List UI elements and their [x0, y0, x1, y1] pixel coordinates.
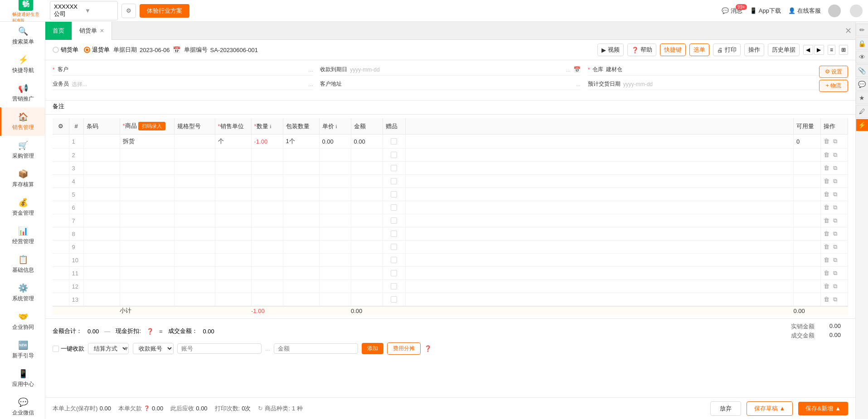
account-select[interactable]: 收款账号 [133, 343, 174, 354]
delete-icon[interactable]: 🗑 [824, 283, 829, 289]
save-new-button[interactable]: 保存&新增 ▲ [798, 402, 848, 415]
account-ellipsis[interactable]: ... [265, 345, 270, 352]
one-click-pay-checkbox[interactable]: 一键收款 [53, 345, 84, 353]
sidebar-item-inventory[interactable]: 📦 库存核算 [0, 164, 45, 193]
operation-btn[interactable]: 操作 [744, 43, 764, 56]
tab-close-all[interactable]: ✕ [841, 26, 855, 36]
copy-icon[interactable]: ⧉ [833, 151, 837, 158]
refresh-icon[interactable]: ↻ [258, 405, 263, 412]
payment-due-calendar-icon[interactable]: 📅 [573, 66, 581, 73]
customer-address-input[interactable] [344, 81, 573, 87]
delete-icon[interactable]: 🗑 [824, 138, 829, 144]
right-btn-attachment[interactable]: 📎 [856, 64, 868, 77]
sidebar-item-wechat[interactable]: 💬 企业微信 [0, 393, 45, 419]
help-btn[interactable]: ❓ 帮助 [627, 43, 656, 56]
shortcut-btn[interactable]: 快捷键 [660, 43, 686, 56]
sidebar-item-base[interactable]: 📋 基础信息 [0, 250, 45, 279]
history-btn[interactable]: 历史单据 [768, 43, 800, 56]
sidebar-item-enterprise[interactable]: 🤝 企业协同 [0, 307, 45, 336]
note-input[interactable] [68, 103, 848, 110]
tab-sales-order[interactable]: 销货单 ✕ [72, 22, 112, 40]
salesperson-ellipsis[interactable]: ... [308, 81, 313, 87]
trial-button[interactable]: 体验行业方案 [140, 4, 189, 18]
print-btn[interactable]: 🖨 打印 [713, 43, 741, 56]
discard-button[interactable]: 放弃 [710, 401, 741, 416]
select-order-btn[interactable]: 选单 [689, 43, 709, 56]
expense-question-icon[interactable]: ❓ [424, 345, 432, 352]
copy-icon[interactable]: ⧉ [833, 217, 837, 224]
delete-icon[interactable]: 🗑 [824, 151, 829, 158]
grid-view-btn[interactable]: ⊞ [839, 45, 848, 55]
copy-icon[interactable]: ⧉ [833, 283, 837, 289]
setting-button[interactable]: ⚙ 设置 [819, 66, 848, 78]
user-avatar[interactable] [828, 5, 841, 17]
prev-page-btn[interactable]: ◀ [803, 45, 813, 55]
right-btn-eye[interactable]: 👁 [856, 51, 868, 63]
delete-icon[interactable]: 🗑 [824, 230, 829, 237]
delete-icon[interactable]: 🗑 [824, 270, 829, 276]
copy-icon[interactable]: ⧉ [833, 191, 837, 197]
sidebar-item-operation[interactable]: 📊 经营管理 [0, 222, 45, 250]
sidebar-item-finance[interactable]: 💰 资金管理 [0, 193, 45, 222]
delete-icon[interactable]: 🗑 [824, 256, 829, 263]
calendar-icon[interactable]: 📅 [173, 46, 180, 53]
customer-input[interactable] [71, 67, 306, 73]
address-ellipsis[interactable]: ... [576, 81, 581, 87]
payment-due-ellipsis[interactable]: ... [566, 67, 571, 73]
copy-icon[interactable]: ⧉ [833, 204, 837, 211]
copy-icon[interactable]: ⧉ [833, 243, 837, 250]
copy-icon[interactable]: ⧉ [833, 270, 837, 276]
sidebar-item-sales[interactable]: 🏠 销售管理 [0, 107, 45, 136]
sidebar-item-system[interactable]: ⚙️ 系统管理 [0, 279, 45, 307]
company-selector[interactable]: XXXXXX公司 ▼ [50, 1, 118, 20]
payment-due-input[interactable] [350, 67, 563, 73]
add-button[interactable]: 添加 [362, 343, 383, 354]
delete-icon[interactable]: 🗑 [824, 217, 829, 224]
logo-area[interactable]: 畅 畅捷通好生意标准版 [5, 0, 46, 24]
question-icon[interactable]: ❓ [146, 328, 154, 335]
right-btn-star[interactable]: ★ [856, 92, 868, 104]
copy-icon[interactable]: ⧉ [833, 164, 837, 171]
scan-button[interactable]: 扫码录入 [138, 122, 165, 130]
sidebar-item-guide[interactable]: 🆕 新手引导 [0, 336, 45, 364]
expense-button[interactable]: 费用分摊 [387, 342, 421, 355]
tab-close-icon[interactable]: ✕ [100, 28, 104, 34]
copy-icon[interactable]: ⧉ [833, 138, 837, 144]
app-download-item[interactable]: 📱 App下载 [750, 7, 781, 15]
delete-icon[interactable]: 🗑 [824, 204, 829, 211]
copy-icon[interactable]: ⧉ [833, 296, 837, 303]
radio-return-order[interactable]: 退货单 [84, 46, 110, 54]
right-btn-message[interactable]: 💬 [856, 78, 868, 91]
delete-icon[interactable]: 🗑 [824, 178, 829, 184]
deficit-question-icon[interactable]: ❓ [144, 405, 150, 411]
online-service-item[interactable]: 👤 在线客服 [788, 7, 821, 15]
account-no-input[interactable] [177, 343, 262, 354]
th-settings[interactable]: ⚙ [53, 118, 69, 135]
sidebar-item-search[interactable]: 🔍 搜索菜单 [0, 22, 45, 50]
right-btn-edit[interactable]: ✏ [856, 24, 868, 36]
amount-input[interactable] [274, 343, 358, 354]
delete-icon[interactable]: 🗑 [824, 191, 829, 197]
delete-icon[interactable]: 🗑 [824, 296, 829, 303]
user-avatar2[interactable] [850, 5, 863, 17]
right-btn-pencil[interactable]: 🖊 [856, 105, 868, 118]
next-page-btn[interactable]: ▶ [814, 45, 824, 55]
delete-icon[interactable]: 🗑 [824, 243, 829, 250]
expected-delivery-input[interactable] [623, 81, 838, 87]
copy-icon[interactable]: ⧉ [833, 256, 837, 263]
sidebar-item-marketing[interactable]: 📢 营销推广 [0, 79, 45, 107]
sidebar-item-appstore[interactable]: 📱 应用中心 [0, 364, 45, 393]
save-draft-button[interactable]: 保存草稿 ▲ [747, 401, 793, 416]
tab-home[interactable]: 首页 [45, 22, 72, 40]
sidebar-item-purchase[interactable]: 🛒 采购管理 [0, 136, 45, 164]
delete-icon[interactable]: 🗑 [824, 164, 829, 171]
warehouse-input[interactable] [606, 67, 841, 73]
settings-icon[interactable]: ⚙ [121, 4, 136, 18]
radio-sales-order[interactable]: 销货单 [53, 46, 78, 54]
video-btn[interactable]: ▶ 视频 [597, 43, 624, 56]
list-view-btn[interactable]: ≡ [828, 45, 835, 55]
logistics-button[interactable]: + 物流 [819, 80, 848, 92]
copy-icon[interactable]: ⧉ [833, 178, 837, 184]
customer-ellipsis[interactable]: ... [308, 67, 313, 73]
sidebar-item-quick-nav[interactable]: ⚡ 快捷导航 [0, 50, 45, 79]
